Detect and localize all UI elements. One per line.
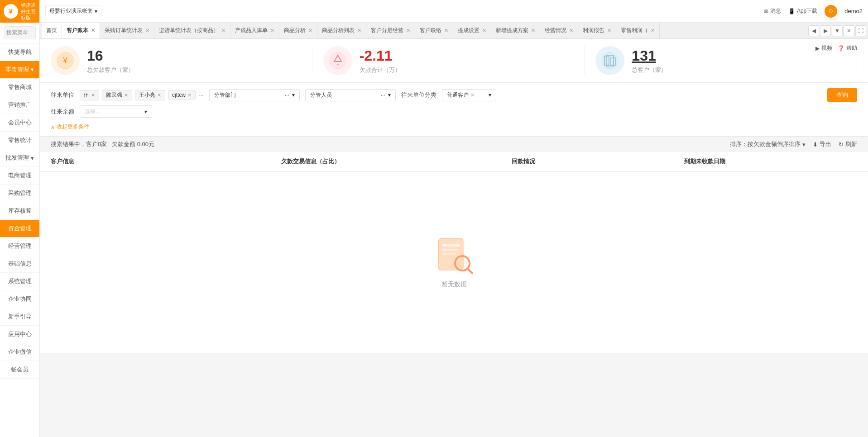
- tab-close-icon[interactable]: ✕: [221, 28, 225, 33]
- help-button[interactable]: ❓ 帮助: [838, 44, 857, 52]
- table-section: 客户信息 欠款交易信息（占比） 回款情况 到期未收款日期: [40, 152, 868, 353]
- industry-selector[interactable]: 母婴行业演示帐套 ▾: [45, 5, 101, 17]
- chevron-down-icon: ▾: [802, 141, 806, 148]
- more-tags-icon[interactable]: ···: [198, 91, 204, 99]
- tab-close-icon[interactable]: ✕: [308, 28, 312, 33]
- tab-retail-profit[interactable]: 零售利润（ ✕: [616, 23, 660, 38]
- table-body-empty: 暂无数据: [40, 172, 868, 353]
- username-label[interactable]: demo2: [844, 8, 863, 14]
- tag-label: 普通客户: [447, 91, 469, 99]
- tag-close-icon[interactable]: ✕: [470, 92, 475, 98]
- tab-operation-status[interactable]: 经营情况 ✕: [540, 23, 578, 38]
- tabs-next-button[interactable]: ▶: [820, 25, 831, 36]
- sidebar-item-newbie[interactable]: 新手引导: [0, 308, 39, 326]
- tag-close-icon[interactable]: ✕: [91, 92, 95, 98]
- message-label: 消息: [770, 7, 781, 15]
- tag-close-icon[interactable]: ✕: [187, 92, 192, 98]
- industry-label: 母婴行业演示帐套: [49, 7, 93, 15]
- tab-home[interactable]: 首页: [42, 23, 62, 38]
- help-icon: ❓: [838, 45, 844, 52]
- search-menu-button[interactable]: 搜索菜单: [4, 26, 36, 39]
- tab-improve-settings[interactable]: 提成设置 ✕: [453, 23, 491, 38]
- message-button[interactable]: ✉ 消息: [764, 7, 781, 15]
- search-result-text: 搜索结果中，客户0家 欠款金额 0.00元: [51, 140, 154, 148]
- amount-selector[interactable]: 选择... ▾: [80, 105, 152, 118]
- video-button[interactable]: ▶ 视频: [815, 44, 832, 52]
- tab-close-icon[interactable]: ✕: [444, 28, 448, 33]
- sidebar-item-operation[interactable]: 经营管理: [0, 238, 39, 255]
- filter-row-1: 往来单位 伍 ✕ 陈民强 ✕ 王小亮 ✕ cjttcw: [51, 88, 857, 102]
- refresh-icon: ↻: [839, 141, 844, 148]
- sidebar-item-retail-mall[interactable]: 零售商城: [0, 79, 39, 96]
- dept-label: 分管部门: [214, 91, 236, 99]
- sidebar-item-wholesale[interactable]: 批发管理 ▾: [0, 149, 39, 167]
- tab-close-icon[interactable]: ✕: [406, 28, 410, 33]
- chevron-down-icon: ▾: [292, 92, 295, 98]
- unit-type-selector[interactable]: 普通客户 ✕ ▾: [442, 89, 496, 101]
- sort-label: 排序：按欠款金额倒序排序: [730, 140, 801, 148]
- svg-rect-13: [442, 253, 456, 255]
- tab-customer-account[interactable]: 客户账本 ✕: [62, 23, 100, 38]
- stat-card-amount: ✦ -2.11 欠款合计（万）: [312, 46, 585, 75]
- tab-new-plan[interactable]: 新增提成方案 ✕: [491, 23, 540, 38]
- svg-text:¥: ¥: [62, 56, 68, 65]
- dept-selector[interactable]: 分管部门 ··· ▾: [209, 89, 300, 101]
- tab-goods-in-stat[interactable]: 进货单统计表（按商品） ✕: [154, 23, 230, 38]
- tab-close-icon[interactable]: ✕: [607, 28, 611, 33]
- filter-tag-cjttcw: cjttcw ✕: [168, 90, 196, 100]
- sidebar-item-inventory[interactable]: 库存核算: [0, 202, 39, 220]
- tab-close-icon[interactable]: ✕: [651, 28, 655, 33]
- sidebar-item-enterprise[interactable]: 企业协同: [0, 290, 39, 308]
- tab-close-icon[interactable]: ✕: [270, 28, 274, 33]
- tab-close-icon[interactable]: ✕: [91, 28, 95, 33]
- sidebar-item-app-center[interactable]: 应用中心: [0, 326, 39, 343]
- app-download-button[interactable]: 📱 App下载: [788, 7, 817, 15]
- sidebar-item-retail-mgmt[interactable]: 零售管理 ▾: [0, 61, 39, 79]
- tab-close-icon[interactable]: ✕: [145, 28, 149, 33]
- tab-purchase-order[interactable]: 采购订单统计表 ✕: [100, 23, 154, 38]
- tab-profit-report[interactable]: 利润报告 ✕: [578, 23, 616, 38]
- tab-customer-tier[interactable]: 客户分层经营 ✕: [366, 23, 415, 38]
- main-area: 母婴行业演示帐套 ▾ ✉ 消息 📱 App下载 D demo2 首页 客户账本 …: [40, 0, 868, 437]
- tab-close-icon[interactable]: ✕: [482, 28, 486, 33]
- refresh-button[interactable]: ↻ 刷新: [839, 140, 857, 148]
- tag-close-icon[interactable]: ✕: [124, 92, 128, 98]
- filter-tag-wang: 王小亮 ✕: [135, 90, 165, 100]
- sidebar-item-sys-mgmt[interactable]: 系统管理: [0, 273, 39, 290]
- sort-selector[interactable]: 排序：按欠款金额倒序排序 ▾: [730, 140, 806, 148]
- app-label: App下载: [797, 7, 817, 15]
- stat-number-total: 131: [632, 48, 667, 64]
- tab-label: 进货单统计表（按商品）: [159, 27, 219, 34]
- tab-product-analysis[interactable]: 商品分析 ✕: [279, 23, 317, 38]
- tab-close-icon[interactable]: ✕: [531, 28, 535, 33]
- sidebar-item-ecommerce[interactable]: 电商管理: [0, 167, 39, 185]
- query-button[interactable]: 查询: [827, 88, 857, 102]
- filter-tag-chen: 陈民强 ✕: [102, 90, 132, 100]
- tab-product-in[interactable]: 产成品入库单 ✕: [230, 23, 279, 38]
- sidebar-quick-nav[interactable]: 快捷导航: [0, 43, 39, 61]
- sidebar-item-enterprise-wx[interactable]: 企业微信: [0, 343, 39, 361]
- stat-icon-amount: ✦: [323, 46, 352, 75]
- sidebar-item-member-plus[interactable]: 畅会员: [0, 361, 39, 379]
- sidebar-item-purchase[interactable]: 采购管理: [0, 185, 39, 202]
- tabs-close-all-button[interactable]: ✕: [844, 25, 854, 36]
- tab-close-icon[interactable]: ✕: [357, 28, 361, 33]
- collapse-button[interactable]: ∧ 收起更多条件: [51, 123, 857, 131]
- tag-close-icon[interactable]: ✕: [157, 92, 161, 98]
- tab-product-analysis-list[interactable]: 商品分析列表 ✕: [317, 23, 366, 38]
- sidebar-item-basic-info[interactable]: 基础信息: [0, 255, 39, 273]
- tabs-prev-button[interactable]: ◀: [808, 25, 819, 36]
- tab-close-icon[interactable]: ✕: [569, 28, 573, 33]
- sidebar-item-marketing[interactable]: 营销推广: [0, 96, 39, 114]
- tab-customer-contact[interactable]: 客户联络 ✕: [415, 23, 453, 38]
- sidebar-item-member[interactable]: 会员中心: [0, 114, 39, 132]
- export-button[interactable]: ⬇ 导出: [813, 140, 831, 148]
- sidebar-item-retail-stat[interactable]: 零售统计: [0, 132, 39, 149]
- empty-state-illustration: [432, 236, 477, 277]
- tabs-menu-button[interactable]: ▼: [832, 25, 843, 36]
- svg-line-16: [467, 268, 472, 273]
- sidebar-item-finance[interactable]: 资金管理: [0, 220, 39, 238]
- person-selector[interactable]: 分管人员 ··· ▾: [305, 89, 396, 101]
- tabs-fullscreen-button[interactable]: ⛶: [855, 25, 866, 36]
- sidebar-item-label: 批发管理: [5, 154, 29, 162]
